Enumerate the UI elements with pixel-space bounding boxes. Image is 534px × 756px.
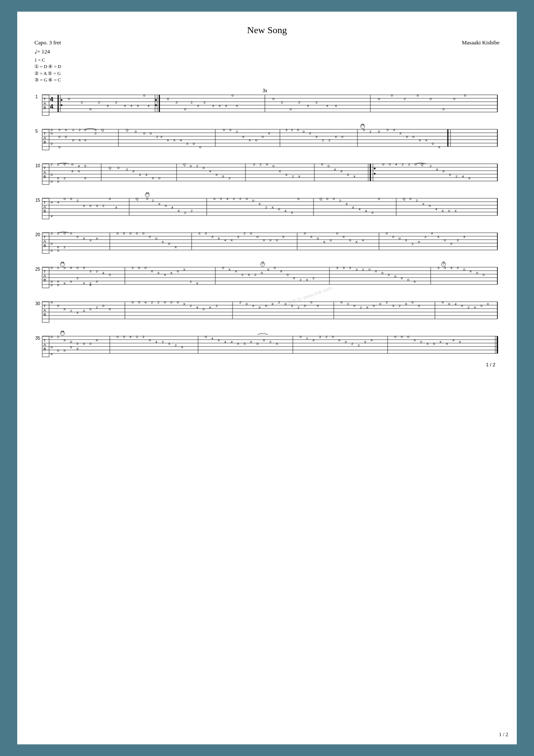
svg-text:3: 3 (90, 269, 92, 273)
svg-text:2: 2 (386, 300, 388, 304)
svg-text:Q: Q (320, 197, 322, 201)
svg-text:X: X (202, 166, 205, 170)
svg-text:0: 0 (64, 231, 66, 235)
svg-text:2: 2 (239, 300, 242, 304)
svg-text:2: 2 (64, 176, 66, 180)
svg-text:B: B (43, 244, 46, 248)
header-row: Capo. 3 fret Masaaki Kishibe (34, 39, 500, 46)
svg-text:0: 0 (326, 197, 329, 201)
svg-text:2: 2 (132, 266, 134, 270)
svg-text:2: 2 (102, 204, 105, 208)
svg-text:X: X (76, 311, 79, 315)
svg-text:0: 0 (328, 164, 330, 168)
svg-text:4: 4 (252, 304, 255, 308)
svg-text:X: X (317, 304, 319, 308)
svg-text:X: X (474, 306, 476, 309)
svg-text:4: 4 (463, 235, 466, 239)
svg-text:0: 0 (223, 128, 225, 132)
svg-text:X: X (271, 206, 274, 209)
svg-text:0: 0 (51, 300, 53, 304)
svg-text:X: X (442, 169, 445, 173)
svg-text:0: 0 (51, 335, 53, 339)
svg-text:X: X (115, 206, 118, 209)
svg-text:2: 2 (369, 130, 372, 134)
svg-text:4: 4 (107, 104, 109, 108)
tuning-section: 1 = C ① = D ④ = D ② = A ⑤ = G ③ = G ⑥ = … (34, 57, 500, 84)
svg-text:30: 30 (35, 301, 40, 306)
svg-text:2: 2 (136, 335, 138, 339)
svg-text:0: 0 (135, 130, 137, 134)
svg-text:0: 0 (304, 304, 306, 308)
svg-text:4: 4 (455, 302, 457, 306)
svg-text:4: 4 (285, 209, 287, 213)
svg-text:X: X (57, 283, 59, 287)
svg-text:15: 15 (35, 198, 40, 203)
svg-text:4: 4 (130, 104, 133, 108)
svg-text:0: 0 (64, 266, 66, 270)
svg-text:5: 5 (84, 164, 87, 168)
svg-text:0: 0 (84, 128, 87, 132)
svg-text:X: X (345, 202, 348, 206)
svg-text:0: 0 (382, 271, 384, 275)
svg-text:2: 2 (347, 302, 349, 306)
svg-text:X: X (279, 169, 281, 173)
svg-text:X: X (428, 204, 431, 208)
svg-text:0: 0 (158, 176, 161, 180)
svg-text:X: X (89, 307, 92, 311)
svg-text:0: 0 (230, 128, 232, 132)
svg-text:2: 2 (260, 162, 262, 166)
svg-text:2: 2 (300, 278, 302, 282)
svg-text:35: 35 (35, 336, 40, 341)
svg-text:X: X (217, 338, 220, 342)
svg-text:2: 2 (57, 231, 59, 235)
svg-text:X: X (364, 340, 366, 344)
svg-text:B: B (43, 347, 46, 351)
tempo-line: ♩= 124 (34, 48, 500, 55)
svg-text:0: 0 (190, 164, 192, 168)
svg-text:X: X (418, 240, 420, 244)
svg-text:4: 4 (231, 340, 233, 344)
svg-text:4: 4 (71, 169, 74, 173)
svg-text:X: X (72, 138, 75, 142)
svg-text:X: X (63, 338, 66, 342)
svg-text:X: X (168, 342, 171, 346)
svg-text:2: 2 (81, 100, 83, 104)
svg-text:H: H (361, 123, 364, 127)
svg-text:X: X (468, 176, 471, 180)
svg-text:0: 0 (222, 266, 224, 270)
svg-text:T: T (43, 269, 46, 274)
svg-text:2: 2 (292, 175, 294, 178)
svg-text:X: X (237, 342, 239, 346)
svg-text:X: X (230, 238, 233, 242)
svg-text:Q: Q (183, 162, 186, 166)
svg-text:2: 2 (408, 162, 410, 166)
svg-text:X: X (258, 202, 261, 206)
svg-text:X: X (149, 235, 151, 239)
svg-text:X: X (345, 340, 347, 344)
svg-text:X: X (282, 235, 285, 239)
svg-text:2: 2 (306, 337, 308, 341)
svg-text:X: X (157, 271, 160, 275)
svg-text:0: 0 (250, 231, 252, 235)
svg-text:0: 0 (70, 340, 72, 344)
svg-text:0: 0 (303, 130, 305, 134)
svg-text:0: 0 (83, 342, 85, 346)
svg-text:X: X (96, 237, 98, 241)
svg-text:A: A (43, 205, 46, 209)
svg-text:Q: Q (421, 162, 423, 166)
svg-text:4: 4 (145, 300, 147, 304)
svg-text:X: X (371, 211, 374, 215)
svg-text:B: B (43, 106, 46, 110)
svg-text:X: X (83, 281, 85, 285)
svg-text:0: 0 (399, 237, 401, 241)
svg-text:2: 2 (158, 300, 160, 304)
svg-text:0: 0 (70, 345, 72, 349)
svg-text:2: 2 (57, 266, 59, 270)
svg-text:0: 0 (347, 173, 349, 177)
svg-text:0: 0 (257, 342, 259, 346)
svg-text:X: X (196, 281, 199, 285)
svg-text:0: 0 (405, 302, 407, 306)
svg-text:4: 4 (224, 340, 227, 344)
svg-text:4: 4 (139, 173, 141, 177)
svg-text:2: 2 (191, 209, 193, 213)
